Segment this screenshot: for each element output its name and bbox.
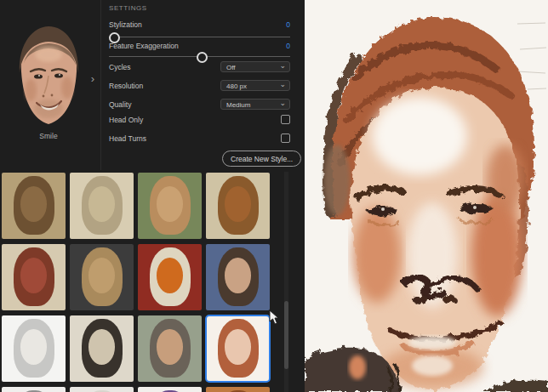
chevron-down-icon: ⌄ [279,80,286,88]
chevron-down-icon: ⌄ [279,61,286,70]
app-window: Smile › SETTINGS Stylization 0 Feature E… [0,0,548,392]
style-thumbnail-clay-sculpture-woman[interactable] [2,173,66,239]
settings-title: SETTINGS [109,4,147,12]
cycles-label: Cycles [109,63,131,71]
head-turns-checkbox[interactable] [281,134,290,143]
stylized-portrait-preview [305,0,548,392]
style-thumbnail-red-carved-mask[interactable] [2,244,66,310]
chevron-down-icon: ⌄ [279,99,286,107]
resolution-value: 480 px [226,82,247,90]
head-only-label: Head Only [109,116,143,124]
style-thumbnail-partial-light-sketch[interactable] [70,387,134,392]
quality-dropdown[interactable]: Medium ⌄ [220,99,290,110]
create-new-style-button[interactable]: Create New Style... [222,151,301,167]
style-thumbnail-painting-older-man[interactable] [138,315,202,382]
style-thumbnail-partial-purple-head[interactable] [138,387,202,392]
panel-collapse-chevron-icon[interactable]: › [87,73,99,87]
cycles-dropdown[interactable]: Off ⌄ [220,61,290,72]
grid-scrollbar [284,172,288,392]
head-turns-label: Head Turns [109,134,146,143]
style-thumbnail-sepia-sketch-portrait[interactable] [206,315,270,382]
style-thumbnail-vivid-portrait-painting[interactable] [138,244,202,310]
style-thumbnail-carved-bear[interactable] [138,173,202,239]
style-thumbnail-partial-orange-painting[interactable] [206,387,270,392]
style-thumbnail-painting-woman-blue-bg[interactable] [206,244,270,310]
style-thumbnail-carved-wood-mask[interactable] [206,173,270,239]
stylization-value: 0 [286,20,290,29]
left-panel: Smile › SETTINGS Stylization 0 Feature E… [0,0,305,392]
stylization-slider[interactable] [109,32,290,42]
slider-track-line [109,37,290,37]
source-caption: Smile [6,132,91,140]
feature-exaggeration-label: Feature Exaggeration [109,42,179,50]
style-thumbnail-charcoal-sketch-woman[interactable] [70,315,134,382]
style-grid [0,172,284,392]
feature-exaggeration-slider[interactable] [109,52,290,61]
stylized-preview-pane [305,0,548,392]
quality-label: Quality [109,100,131,109]
style-thumbnail-stone-sculpture-woman[interactable] [70,173,134,239]
style-thumbnail-partial-gray-head[interactable] [2,387,66,392]
source-face-photo [7,22,90,129]
panel-divider [100,0,101,170]
resolution-label: Resolution [109,82,143,90]
quality-value: Medium [226,101,250,109]
cycles-value: Off [226,64,236,71]
feature-exaggeration-value: 0 [286,42,290,50]
head-only-checkbox[interactable] [281,115,290,124]
style-thumbnail-pencil-sketch-man[interactable] [2,315,66,382]
grid-scrollbar-thumb[interactable] [284,301,288,369]
resolution-dropdown[interactable]: 480 px ⌄ [220,80,290,91]
style-thumbnail-carved-wood-figure[interactable] [70,244,134,310]
stylization-label: Stylization [109,20,142,29]
